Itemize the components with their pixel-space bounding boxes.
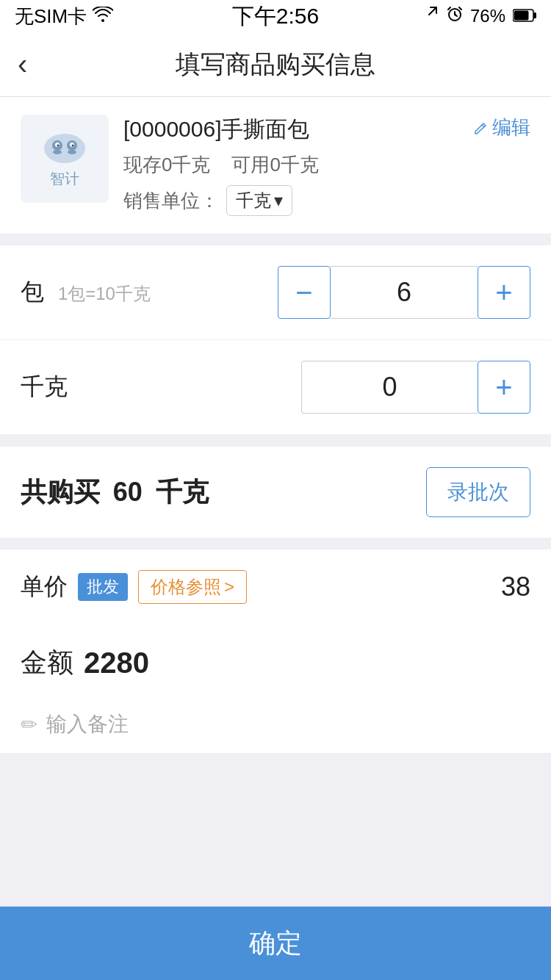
unit-select[interactable]: 千克 ▾: [226, 185, 292, 216]
status-bar-time: 下午2:56: [232, 1, 319, 32]
product-unit-row: 销售单位： 千克 ▾: [123, 185, 530, 216]
increment-bao-button[interactable]: +: [478, 266, 530, 319]
increment-kg-button[interactable]: +: [478, 361, 530, 414]
svg-rect-2: [533, 12, 536, 18]
qty-input-bao[interactable]: [331, 266, 478, 319]
product-name: [0000006]手撕面包: [123, 115, 473, 145]
price-row: 单价 批发 价格参照 > 38: [0, 550, 551, 624]
qty-input-kg[interactable]: [301, 361, 478, 414]
confirm-button[interactable]: 确定: [249, 926, 302, 962]
price-ref-button[interactable]: 价格参照 >: [138, 570, 247, 604]
amount-row: 金额 2280: [21, 645, 530, 681]
total-value: 60: [113, 477, 143, 507]
location-icon: [426, 6, 439, 26]
chevron-right-icon: >: [224, 577, 234, 597]
status-bar-left: 无SIM卡: [15, 4, 113, 29]
product-image: 智计: [21, 115, 109, 203]
remark-placeholder: 输入备注: [46, 710, 129, 738]
status-bar: 无SIM卡 下午2:56 76%: [0, 0, 551, 32]
amount-value: 2280: [84, 646, 149, 680]
product-info: [0000006]手撕面包 编辑 现存0千克 可用0千克 销售单位： 千克 ▾: [123, 115, 530, 216]
decrement-bao-button[interactable]: −: [278, 266, 331, 319]
qty-controls-kg: +: [301, 361, 530, 414]
edit-button[interactable]: 编辑: [473, 115, 530, 140]
batch-button[interactable]: 录批次: [426, 467, 530, 517]
nav-bar: ‹ 填写商品购买信息: [0, 32, 551, 97]
svg-point-10: [72, 144, 74, 146]
price-label: 单价: [21, 571, 68, 603]
qty-label-kg: 千克: [21, 371, 301, 403]
carrier-label: 无SIM卡: [15, 4, 87, 29]
battery-label: 76%: [470, 6, 505, 26]
price-value: 38: [247, 572, 530, 602]
remark-row[interactable]: ✏ 输入备注: [21, 696, 530, 753]
status-bar-right: 76%: [426, 6, 536, 26]
confirm-bar[interactable]: 确定: [0, 907, 551, 980]
logo-text: 智计: [50, 169, 79, 189]
total-row: 共购买 60 千克 录批次: [0, 447, 551, 538]
battery-icon: [513, 6, 536, 26]
svg-point-4: [44, 134, 85, 163]
qty-row-bao: 包 1包=10千克 − +: [0, 245, 551, 340]
price-section: 单价 批发 价格参照 > 38: [0, 550, 551, 624]
svg-point-9: [57, 144, 60, 146]
qty-label-bao: 包 1包=10千克: [21, 276, 278, 309]
product-card: 智计 [0000006]手撕面包 编辑 现存0千克 可用0千克 销售单位： 千克…: [0, 97, 551, 234]
svg-point-11: [53, 150, 62, 154]
qty-row-kg: 千克 +: [0, 340, 551, 435]
amount-section: 金额 2280 ✏ 输入备注: [0, 624, 551, 753]
product-header: [0000006]手撕面包 编辑: [123, 115, 530, 145]
pencil-icon: ✏: [21, 713, 37, 737]
wifi-icon: [93, 5, 113, 28]
quantity-section: 包 1包=10千克 − + 千克 +: [0, 245, 551, 435]
alarm-icon: [447, 6, 463, 26]
section-divider-1: [0, 538, 551, 550]
svg-point-12: [68, 150, 76, 154]
chevron-down-icon: ▾: [274, 190, 283, 211]
svg-rect-3: [514, 11, 529, 21]
total-text: 共购买 60 千克: [21, 475, 209, 511]
product-stock: 现存0千克 可用0千克: [123, 152, 530, 178]
qty-controls-bao: − +: [278, 266, 530, 319]
price-tag: 批发: [78, 573, 128, 601]
edit-label: 编辑: [492, 115, 530, 140]
back-button[interactable]: ‹: [18, 48, 27, 81]
page-title: 填写商品购买信息: [176, 48, 375, 82]
